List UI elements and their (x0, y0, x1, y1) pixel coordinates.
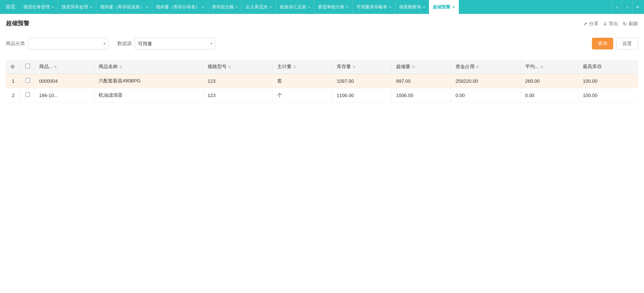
row-max-stock: 100.00 (578, 74, 638, 88)
table-container: ⚙ 商品...⇅ 商品名称⇅ 规格型号⇅ 主计量⇅ (6, 60, 638, 103)
tab-close-icon[interactable]: × (423, 5, 425, 9)
col-header-settings: ⚙ (6, 60, 21, 74)
table-body: 1 0000004 六配套新昌490BPG 123 套 1097.00 997.… (6, 74, 638, 103)
tab-label: 保质期查询 (399, 4, 421, 10)
row-num: 2 (6, 88, 21, 103)
table-row: 2 186-10... 机油滤清器 123 个 1106.00 1006.00 … (6, 88, 638, 103)
tab-close-icon[interactable]: × (52, 5, 54, 9)
nav-next-arrow[interactable]: › (622, 0, 632, 14)
col-header-avg[interactable]: 平均...⇅ (520, 60, 578, 74)
nav-prev-arrow[interactable]: ‹ (612, 0, 622, 14)
filter-area: 商品分类 ▾ 数据源 可用量 库存量 ▾ 查询 设置 (6, 33, 638, 54)
tab-close-icon[interactable]: × (90, 5, 92, 9)
row-capital: 0.00 (451, 88, 521, 103)
tab-label: 可用量库存账本 (356, 4, 387, 10)
col-header-stock[interactable]: 库存量⇅ (332, 60, 391, 74)
gear-icon[interactable]: ⚙ (10, 64, 15, 70)
export-button[interactable]: ⇓ 导出 (603, 21, 618, 27)
tab-pick-exception[interactable]: 拣货异常处理 × (58, 0, 96, 14)
tab-label: 库存批次账 (212, 4, 234, 10)
row-unit: 个 (272, 88, 332, 103)
tab-close-icon[interactable]: × (236, 5, 238, 9)
refresh-button[interactable]: ↻ 刷新 (623, 21, 638, 27)
home-label: 首页 (6, 4, 15, 10)
tab-close-icon[interactable]: × (389, 5, 391, 9)
share-button[interactable]: ➚ 分享 (583, 21, 599, 27)
category-select-wrapper: ▾ (28, 38, 109, 49)
tab-stock-status[interactable]: 现存量（库存状况表） × (96, 0, 152, 14)
tab-stock-batch[interactable]: 库存批次账 × (208, 0, 242, 14)
sort-icon: ⇅ (119, 65, 122, 69)
table-row: 1 0000004 六配套新昌490BPG 123 套 1097.00 997.… (6, 74, 638, 88)
tab-label: 收发存汇总表 (280, 4, 306, 10)
col-header-spec[interactable]: 规格型号⇅ (203, 60, 273, 74)
datasource-label: 数据源 (117, 40, 132, 47)
tab-label: 超储预警 (433, 4, 450, 10)
tab-order-stats[interactable]: 要货单统计表 × (314, 0, 352, 14)
datasource-filter-group: 数据源 可用量 库存量 ▾ (117, 38, 215, 49)
row-capital: 259220.00 (451, 74, 521, 88)
row-product-name: 机油滤清器 (94, 88, 203, 103)
datasource-select[interactable]: 可用量 库存量 (135, 38, 215, 49)
export-icon: ⇓ (603, 21, 607, 27)
tab-shelf-life[interactable]: 保质期查询 × (395, 0, 429, 14)
select-all-checkbox[interactable] (25, 64, 30, 68)
sort-icon: ⇅ (54, 65, 57, 69)
row-overstock: 1006.00 (391, 88, 451, 103)
row-stock: 1106.00 (332, 88, 391, 103)
tab-stock-dist[interactable]: 现存量（库存分布表） × (152, 0, 208, 14)
sort-icon: ⇅ (293, 65, 296, 69)
tab-available-ledger[interactable]: 可用量库存账本 × (353, 0, 395, 14)
row-checkbox[interactable] (25, 78, 30, 83)
settings-button[interactable]: 设置 (616, 38, 638, 49)
tab-close-icon[interactable]: × (346, 5, 348, 9)
category-label: 商品分类 (6, 40, 25, 47)
category-filter-group: 商品分类 ▾ (6, 38, 109, 49)
tab-close-icon[interactable]: × (308, 5, 310, 9)
row-checkbox-cell (21, 88, 34, 103)
row-product-name: 六配套新昌490BPG (94, 74, 203, 88)
top-navigation: 首页 拣货任务管理 × 拣货异常处理 × 现存量（库存状况表） × 现存量（库存… (0, 0, 644, 14)
row-spec: 123 (203, 88, 273, 103)
page-container: 超储预警 ➚ 分享 ⇓ 导出 ↻ 刷新 商品分类 ▾ (0, 14, 644, 293)
row-overstock: 997.00 (391, 74, 451, 88)
category-select[interactable] (28, 38, 109, 49)
col-header-overstock[interactable]: 超储量⇅ (391, 60, 451, 74)
nav-close-arrow[interactable]: × (632, 0, 643, 14)
share-label: 分享 (589, 21, 599, 27)
row-avg: 260.00 (520, 74, 578, 88)
refresh-label: 刷新 (629, 21, 638, 27)
col-header-unit[interactable]: 主计量⇅ (272, 60, 332, 74)
share-icon: ➚ (583, 21, 588, 27)
row-unit: 套 (272, 74, 332, 88)
datasource-select-wrapper: 可用量 库存量 ▾ (135, 38, 215, 49)
table-header-row: ⚙ 商品...⇅ 商品名称⇅ 规格型号⇅ 主计量⇅ (6, 60, 638, 74)
row-max-stock: 100.00 (578, 88, 638, 103)
page-header: 超储预警 ➚ 分享 ⇓ 导出 ↻ 刷新 (6, 20, 638, 27)
col-header-product-name[interactable]: 商品名称⇅ (94, 60, 203, 74)
col-header-capital[interactable]: 资金占用⇅ (451, 60, 521, 74)
tab-close-icon[interactable]: × (270, 5, 272, 9)
tab-label: 现存量（库存分布表） (156, 4, 200, 10)
home-nav-item[interactable]: 首页 (1, 0, 20, 14)
col-header-product-code[interactable]: 商品...⇅ (34, 60, 94, 74)
tab-close-icon[interactable]: × (452, 5, 454, 9)
tab-close-icon[interactable]: × (202, 5, 204, 9)
page-title: 超储预警 (6, 20, 29, 27)
sort-icon: ⇅ (352, 65, 355, 69)
row-checkbox[interactable] (25, 92, 30, 97)
col-header-max-stock[interactable]: 最高库存 (578, 60, 638, 74)
query-button[interactable]: 查询 (592, 38, 613, 49)
data-table: ⚙ 商品...⇅ 商品名称⇅ 规格型号⇅ 主计量⇅ (6, 60, 638, 103)
tab-close-icon[interactable]: × (146, 5, 148, 9)
tab-pick-task-mgmt[interactable]: 拣货任务管理 × (20, 0, 58, 14)
tab-label: 拣货任务管理 (23, 4, 50, 10)
export-label: 导出 (609, 21, 618, 27)
tab-receive-summary[interactable]: 收发存汇总表 × (276, 0, 314, 14)
tab-inout-flow[interactable]: 出入库流水 × (242, 0, 276, 14)
row-spec: 123 (203, 74, 273, 88)
tab-label: 现存量（库存状况表） (100, 4, 144, 10)
sort-icon: ⇅ (412, 65, 415, 69)
tab-label: 拣货异常处理 (62, 4, 88, 10)
tab-overstock-warning[interactable]: 超储预警 × (429, 0, 458, 14)
